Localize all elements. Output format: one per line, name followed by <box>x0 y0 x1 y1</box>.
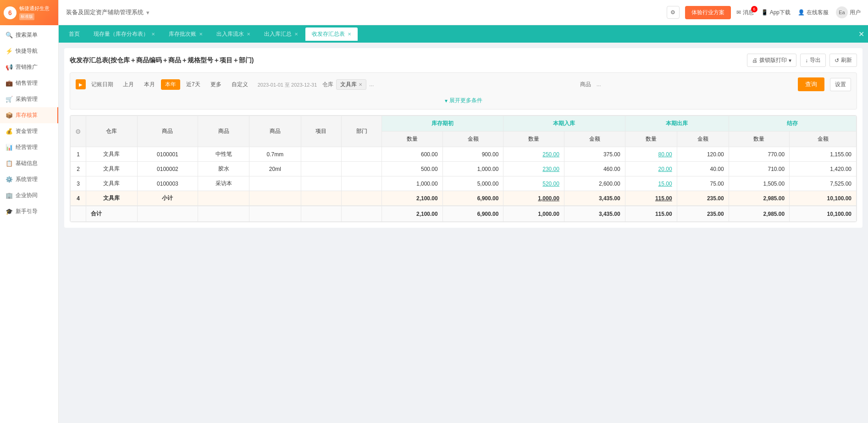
date-label: 记账日期 <box>91 81 113 88</box>
tab-inventory-dist[interactable]: 现存量（库存分布表） ✕ <box>87 27 161 41</box>
content-card: 收发存汇总表(按仓库＋商品编码＋商品＋规格型号＋项目＋部门) 🖨 拨锁版打印 ▾… <box>64 48 862 228</box>
export-button[interactable]: ↓ 导出 <box>800 54 826 67</box>
finance-icon: 💰 <box>6 128 13 135</box>
service-button[interactable]: 👤 在线客服 <box>798 9 829 16</box>
system-dropdown-icon[interactable]: ▾ <box>146 9 149 16</box>
purchase-icon: 🛒 <box>6 96 13 103</box>
date-btn-last-month[interactable]: 上月 <box>119 79 138 90</box>
sidebar-item-inventory[interactable]: 📦 库存核算 <box>0 107 58 123</box>
row3-project <box>301 176 341 191</box>
footer-out-qty: 115.00 <box>625 206 677 222</box>
sidebar: 6 畅捷通好生意 标准版 🔍 搜索菜单 ⚡ 快捷导航 📢 营销推广 💼 销售管理… <box>0 0 59 423</box>
filter-toggle-button[interactable]: ▶ <box>76 79 86 89</box>
tab-batch-label: 库存批次账 <box>169 30 196 38</box>
footer-empty6 <box>341 206 381 222</box>
app-download-button[interactable]: 📱 App下载 <box>761 9 791 16</box>
footer-empty5 <box>301 206 341 222</box>
row1-code: 0100001 <box>137 147 198 162</box>
sidebar-item-sales[interactable]: 💼 销售管理 <box>0 75 58 91</box>
sidebar-label-inventory: 库存核算 <box>16 111 38 119</box>
table-gear-icon[interactable]: ⚙ <box>75 128 81 135</box>
sidebar-item-operation[interactable]: 📊 经营管理 <box>0 139 58 155</box>
subtotal-opening-amt: 6,900.00 <box>442 191 503 206</box>
tab-recv-summary-label: 收发存汇总表 <box>312 30 345 38</box>
row3-name: 采访本 <box>198 176 249 191</box>
message-badge: 6 <box>751 6 757 12</box>
date-btn-more[interactable]: 更多 <box>206 79 226 90</box>
expand-conditions-button[interactable]: ▾ 展开更多条件 <box>445 97 482 104</box>
print-button[interactable]: 🖨 拨锁版打印 ▾ <box>747 54 796 67</box>
refresh-button[interactable]: ↺ 刷新 <box>829 54 857 67</box>
subtotal-empty2 <box>249 191 301 206</box>
gear-button[interactable]: ⚙ <box>667 6 680 19</box>
sidebar-label-search: 搜索菜单 <box>16 31 38 39</box>
topbar-title-area: 装备及固定资产辅助管理系统 ▾ <box>66 8 661 16</box>
table-footer: 合计 2,100.00 6,900.00 1,000.00 3,435.00 1… <box>71 206 857 222</box>
date-options: 上月 本月 本年 近7天 更多 自定义 <box>119 79 252 90</box>
tab-recv-summary[interactable]: 收发存汇总表 ✕ <box>305 27 358 41</box>
row1-out-qty[interactable]: 80.00 <box>625 147 677 162</box>
row2-out-qty[interactable]: 20.00 <box>625 162 677 176</box>
query-button[interactable]: 查询 <box>798 77 824 91</box>
warehouse-more-btn[interactable]: ... <box>369 81 374 88</box>
app-label: App下载 <box>770 9 791 16</box>
subtotal-in-qty[interactable]: 1,000.00 <box>503 191 564 206</box>
row1-in-qty[interactable]: 250.00 <box>503 147 564 162</box>
sidebar-label-enterprise: 企业协同 <box>16 192 38 199</box>
warehouse-tag: 文具库 ✕ <box>336 79 366 90</box>
header-actions: 🖨 拨锁版打印 ▾ ↓ 导出 ↺ 刷新 <box>747 54 857 67</box>
subtotal-in-amt: 3,435.00 <box>564 191 625 206</box>
sidebar-item-guide[interactable]: 🎓 新手引导 <box>0 203 58 220</box>
sidebar-item-enterprise[interactable]: 🏢 企业协同 <box>0 187 58 203</box>
sidebar-label-basic: 基础信息 <box>16 159 38 167</box>
row2-in-qty[interactable]: 230.00 <box>503 162 564 176</box>
sidebar-item-basic[interactable]: 📋 基础信息 <box>0 155 58 171</box>
subtotal-out-qty[interactable]: 115.00 <box>625 191 677 206</box>
goods-more-btn[interactable]: ... <box>597 81 601 88</box>
row3-in-qty[interactable]: 520.00 <box>503 176 564 191</box>
tab-inout-flow[interactable]: 出入库流水 ✕ <box>210 27 257 41</box>
sidebar-item-purchase[interactable]: 🛒 采购管理 <box>0 91 58 107</box>
tab-close-recv-summary[interactable]: ✕ <box>348 32 351 37</box>
tab-home[interactable]: 首页 <box>62 27 86 41</box>
logo-title: 畅捷通好生意 <box>19 5 50 12</box>
close-all-tabs-button[interactable]: ✕ <box>858 30 864 38</box>
footer-empty <box>71 206 86 222</box>
sidebar-item-marketing[interactable]: 📢 营销推广 <box>0 59 58 75</box>
trial-button[interactable]: 体验行业方案 <box>685 6 731 19</box>
user-button[interactable]: Ea 用户 <box>836 6 861 18</box>
row3-code: 0100003 <box>137 176 198 191</box>
row3-balance-amt: 7,525.00 <box>790 176 857 191</box>
sidebar-label-system: 系统管理 <box>16 176 38 183</box>
sidebar-item-system[interactable]: ⚙️ 系统管理 <box>0 171 58 187</box>
tab-close-batch[interactable]: ✕ <box>199 32 203 37</box>
date-btn-this-year[interactable]: 本年 <box>161 79 180 90</box>
sidebar-item-search[interactable]: 🔍 搜索菜单 <box>0 27 58 43</box>
footer-empty4 <box>249 206 301 222</box>
service-label: 在线客服 <box>807 9 829 16</box>
tab-inout-summary[interactable]: 出入库汇总 ✕ <box>258 27 304 41</box>
sidebar-menu: 🔍 搜索菜单 ⚡ 快捷导航 📢 营销推广 💼 销售管理 🛒 采购管理 📦 库存核… <box>0 25 58 423</box>
logo-tag: 标准版 <box>19 13 34 20</box>
refresh-icon: ↺ <box>835 57 839 64</box>
sidebar-item-finance[interactable]: 💰 资金管理 <box>0 123 58 139</box>
row1-opening-qty: 600.00 <box>382 147 443 162</box>
filter-settings-button[interactable]: 设置 <box>830 78 851 91</box>
tab-close-inventory-dist[interactable]: ✕ <box>151 32 155 37</box>
warehouse-tag-close[interactable]: ✕ <box>359 82 362 87</box>
date-btn-this-month[interactable]: 本月 <box>140 79 159 90</box>
tab-close-inout-summary[interactable]: ✕ <box>294 32 298 37</box>
sidebar-label-quick: 快捷导航 <box>16 47 38 55</box>
logo-text: 畅捷通好生意 标准版 <box>19 5 50 20</box>
row3-out-qty[interactable]: 15.00 <box>625 176 677 191</box>
message-button[interactable]: ✉ 消息 6 <box>736 9 754 16</box>
sidebar-item-quick[interactable]: ⚡ 快捷导航 <box>0 43 58 59</box>
footer-opening-qty: 2,100.00 <box>382 206 443 222</box>
user-avatar: Ea <box>836 6 848 18</box>
date-btn-7days[interactable]: 近7天 <box>182 79 205 90</box>
date-btn-custom[interactable]: 自定义 <box>227 79 252 90</box>
tab-close-inout-flow[interactable]: ✕ <box>247 32 250 37</box>
col-group-opening: 库存期初 <box>382 116 503 132</box>
col-spec: 商品 <box>249 116 301 147</box>
tab-batch[interactable]: 库存批次账 ✕ <box>162 27 209 41</box>
